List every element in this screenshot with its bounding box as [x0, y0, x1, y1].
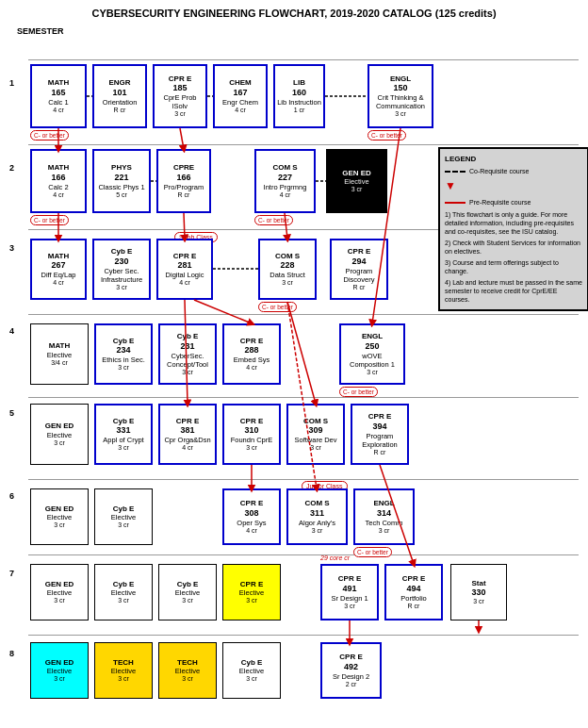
engr101-sub: Orientation: [103, 98, 138, 107]
box-tech-elective-8a: TECH Elective 3 cr: [94, 642, 153, 699]
c-better-coms228: C- or better: [258, 302, 297, 312]
sem-label-8: 8: [9, 649, 14, 658]
sem-label-3: 3: [9, 243, 14, 253]
box-cpre281: CPR E 281 Digital Logic 4 cr: [156, 239, 213, 300]
gened2-sub: Elective: [344, 177, 368, 186]
svg-line-6: [287, 302, 316, 404]
box-cybe-elective-7a: Cyb E Elective 3 cr: [94, 564, 153, 620]
sem-label-2: 2: [9, 163, 14, 173]
c-better-coms227: C- or better: [254, 215, 293, 225]
phys221-sub: Classic Phys 1: [98, 183, 144, 191]
core-cr-label: 29 core cr: [320, 554, 350, 561]
legend-title: LEGEND: [445, 154, 582, 164]
legend-coreq-label: Co-Requisite course: [469, 167, 529, 176]
engr101-cr: R cr: [114, 107, 126, 114]
box-cpre288: CPR E 288 Embed Sys 4 cr: [222, 323, 281, 385]
sem-label-1: 1: [9, 78, 14, 88]
math166-sub: Calc 2: [48, 183, 68, 191]
legend-box: LEGEND Co-Requisite course ▼ Pre-Requisi…: [438, 147, 588, 311]
legend-note2: 2) Check with Student Services for infor…: [445, 239, 582, 256]
c-better-engl314: C- or better: [353, 547, 392, 557]
box-coms228: COM S 228 Data Struct 3 cr: [258, 239, 317, 300]
box-math165: MATH 165 Calc 1 4 cr: [30, 64, 87, 128]
cpre185-sub: CprE Prob lSolv: [156, 93, 204, 110]
engr101-title: ENGR: [108, 78, 130, 88]
math165-cr: 4 cr: [53, 107, 64, 114]
box-gened-elective-2: GEN ED Elective 3 cr: [326, 149, 387, 213]
box-math166: MATH 166 Calc 2 4 cr: [30, 149, 87, 213]
math165-title: MATH: [48, 78, 70, 88]
box-cpre294: CPR E 294 Program Discovery R cr: [330, 239, 388, 300]
c-better-engl150: C- or better: [368, 130, 406, 141]
semester-header: SEMESTER: [17, 26, 64, 36]
sem-label-6: 6: [9, 491, 14, 501]
box-engl314: ENGL 314 Tech Comm 3 cr: [353, 488, 415, 545]
cpre166-cr: R cr: [178, 191, 190, 199]
math166-title: MATH: [48, 163, 70, 173]
box-math267: MATH 267 Diff Eq/Lap 4 cr: [30, 239, 87, 300]
box-lib160: LIB 160 Lib Instruction 1 cr: [273, 64, 325, 128]
gened2-title: GEN ED: [342, 169, 371, 178]
box-cybe230: Cyb E 230 Cyber Sec. Infrastructure 3 cr: [92, 239, 151, 300]
box-cybe-elective-6: Cyb E Elective 3 cr: [94, 488, 153, 545]
legend-prereq-label: Pre-Requisite course: [469, 198, 531, 207]
cpre166-title: CPRE: [173, 163, 194, 173]
coms227-sub: Intro Prgrmng: [264, 183, 307, 191]
box-cpre492: CPR E 492 Sr Design 2 2 cr: [320, 642, 382, 699]
lib160-cr: 1 cr: [294, 107, 305, 114]
engl150-num: 150: [393, 83, 407, 93]
cpre185-num: 185: [172, 83, 187, 93]
box-gened-elective-8: GEN ED Elective 3 cr: [30, 642, 89, 699]
chem167-num: 167: [233, 88, 247, 98]
box-cybe331: Cyb E 331 Appl of Crypt 3 cr: [94, 404, 153, 465]
box-phys221: PHYS 221 Classic Phys 1 5 cr: [92, 149, 151, 213]
c-better-engl250: C- or better: [339, 387, 378, 397]
coms227-title: COM S: [272, 163, 297, 173]
c-better-math166: C- or better: [30, 215, 69, 225]
box-engl150: ENGL 150 Crit Thinking & Communication 3…: [368, 64, 433, 128]
box-cpre-elective-7: CPR E Elective 3 cr: [222, 564, 281, 620]
box-gened-elective-6a: GEN ED Elective 3 cr: [30, 488, 89, 545]
box-cybe231: Cyb E 231 CyberSec. Concept/Tool 3 cr: [158, 323, 217, 385]
coms227-num: 227: [278, 173, 292, 183]
cpre166-sub: Pro/Program: [164, 183, 204, 191]
lib160-title: LIB: [293, 78, 305, 88]
box-cpre310: CPR E 310 Foundn CprE 3 cr: [222, 404, 281, 465]
engl150-sub: Crit Thinking & Communication: [371, 93, 430, 110]
box-cybe-elective-7b: Cyb E Elective 3 cr: [158, 564, 217, 620]
box-cpre185: CPR E 185 CprE Prob lSolv 3 cr: [153, 64, 207, 128]
lib160-sub: Lib Instruction: [277, 98, 321, 107]
phys221-num: 221: [114, 173, 128, 183]
coms227-cr: 4 cr: [280, 191, 291, 199]
box-chem167: CHEM 167 Engr Chem 4 cr: [213, 64, 268, 128]
math165-sub: Calc 1: [48, 98, 68, 107]
box-coms227: COM S 227 Intro Prgrmng 4 cr: [254, 149, 316, 213]
math166-cr: 4 cr: [53, 191, 64, 199]
chem167-title: CHEM: [229, 78, 252, 88]
box-cpre166: CPRE 166 Pro/Program R cr: [156, 149, 211, 213]
svg-line-2: [180, 128, 184, 149]
legend-note3: 3) Course and term offerings subject to …: [445, 258, 582, 275]
engl150-title: ENGL: [390, 74, 411, 84]
cpre185-title: CPR E: [169, 74, 191, 84]
phys221-cr: 5 cr: [116, 191, 127, 199]
box-cybe234: Cyb E 234 Ethics in Sec. 3 cr: [94, 323, 153, 385]
chem167-sub: Engr Chem: [222, 98, 258, 107]
sem-label-7: 7: [9, 569, 14, 578]
box-cpre491: CPR E 491 Sr Design 1 3 cr: [320, 564, 379, 620]
page-title: CYBERSECURITY ENGINEERING FLOWCHART, 201…: [9, 8, 579, 19]
math165-num: 165: [51, 88, 65, 98]
box-stat330: Stat 330 3 cr: [450, 564, 507, 620]
box-engl250: ENGL 250 wOVE Composition 1 3 cr: [339, 323, 405, 385]
legend-note4: 4) Lab and lecture must be passed in the…: [445, 278, 582, 304]
legend-note1: 1) This flowchart is only a guide. For m…: [445, 210, 582, 236]
box-math-elective: MATH Elective 3/4 cr: [30, 323, 89, 385]
c-better-math165: C- or better: [30, 130, 69, 141]
box-gened-elective-7: GEN ED Elective 3 cr: [30, 564, 89, 620]
page: CYBERSECURITY ENGINEERING FLOWCHART, 201…: [0, 0, 588, 694]
cpre185-cr: 3 cr: [174, 110, 186, 118]
chem167-cr: 4 cr: [235, 107, 246, 114]
box-coms309: COM S 309 Software Dev 3 cr: [286, 404, 345, 465]
box-cpre394: CPR E 394 Program Exploration R cr: [351, 404, 409, 465]
legend-coreq: Co-Requisite course: [445, 167, 582, 176]
